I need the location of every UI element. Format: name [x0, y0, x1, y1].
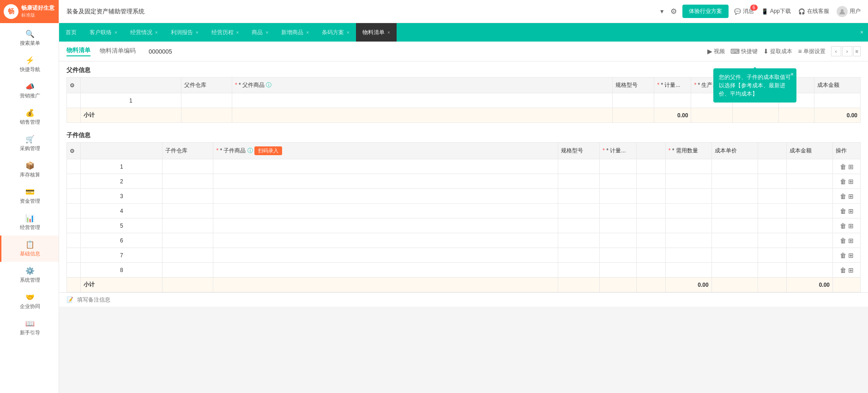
child-spec-cell[interactable] — [558, 263, 600, 278]
extract-cost-action[interactable]: ⬇ 提取成本 — [763, 48, 792, 55]
child-unit-cell[interactable] — [600, 233, 637, 248]
tab-history[interactable]: 经营历程 × — [205, 23, 246, 42]
copy-icon[interactable]: ⊞ — [848, 193, 854, 200]
child-spec-cell[interactable] — [558, 248, 600, 263]
message-action[interactable]: 💬 消息 6 — [734, 7, 754, 15]
child-unit-cost-cell[interactable] — [711, 174, 758, 189]
close-all-tabs[interactable]: × — [856, 29, 868, 36]
sidebar-item-search[interactable]: 🔍 搜索菜单 — [0, 25, 59, 51]
parent-unit-cell[interactable] — [654, 93, 691, 108]
child-qty-cell[interactable] — [665, 174, 711, 189]
child-unit-cost-cell[interactable] — [711, 233, 758, 248]
child-spec-cell[interactable] — [558, 174, 600, 189]
sidebar-item-guide[interactable]: 📖 新手引导 — [0, 314, 59, 341]
tab-new-products-close[interactable]: × — [306, 30, 309, 35]
child-unit-cell[interactable] — [600, 248, 637, 263]
child-unit-cost-cell[interactable] — [711, 204, 758, 218]
child-warehouse-cell[interactable] — [163, 189, 213, 204]
prev-page-btn[interactable]: ‹ — [831, 46, 841, 56]
child-product-cell[interactable] — [213, 218, 558, 233]
child-spec-cell[interactable] — [558, 189, 600, 204]
child-qty-cell[interactable] — [665, 159, 711, 174]
tab-barcode[interactable]: 条码方案 × — [315, 23, 356, 42]
delete-icon[interactable]: 🗑 — [840, 237, 846, 244]
child-warehouse-cell[interactable] — [163, 233, 213, 248]
footer-remark-input[interactable] — [77, 296, 861, 303]
delete-icon[interactable]: 🗑 — [840, 163, 846, 170]
child-unit-cell[interactable] — [600, 204, 637, 218]
tab-products[interactable]: 商品 × — [245, 23, 275, 42]
copy-icon[interactable]: ⊞ — [848, 163, 854, 170]
child-spec-cell[interactable] — [558, 159, 600, 174]
online-service-action[interactable]: 🎧 在线客服 — [798, 7, 829, 15]
tab-customers-close[interactable]: × — [115, 30, 117, 35]
sidebar-item-operation[interactable]: 📊 经营管理 — [0, 209, 59, 236]
delete-icon[interactable]: 🗑 — [840, 222, 846, 230]
dropdown-arrow[interactable]: ▼ — [659, 8, 665, 15]
shortcut-action[interactable]: ⌨ 快捷键 — [730, 48, 758, 55]
delete-icon[interactable]: 🗑 — [840, 207, 846, 215]
sidebar-item-enterprise[interactable]: 🤝 企业协同 — [0, 288, 59, 314]
child-product-cell[interactable] — [213, 159, 558, 174]
tab-customers[interactable]: 客户联络 × — [83, 23, 124, 42]
tab-profit-close[interactable]: × — [196, 30, 199, 35]
th-child-settings[interactable]: ⚙ — [67, 143, 81, 159]
child-warehouse-cell[interactable] — [163, 174, 213, 189]
sidebar-item-system[interactable]: ⚙️ 系统管理 — [0, 262, 59, 288]
child-unit-cell[interactable] — [600, 159, 637, 174]
tab-barcode-close[interactable]: × — [347, 30, 350, 35]
scan-input-button[interactable]: 扫码录入 — [254, 146, 282, 155]
parent-warehouse-cell[interactable] — [181, 93, 232, 108]
delete-icon[interactable]: 🗑 — [840, 266, 846, 274]
child-warehouse-cell[interactable] — [163, 263, 213, 278]
child-spec-cell[interactable] — [558, 233, 600, 248]
sidebar-item-finance[interactable]: 💳 资金管理 — [0, 183, 59, 209]
copy-icon[interactable]: ⊞ — [848, 178, 854, 185]
th-parent-settings[interactable]: ⚙ — [67, 78, 81, 93]
sidebar-item-marketing[interactable]: 📣 营销推广 — [0, 78, 59, 104]
last-page-btn[interactable]: ≡ — [853, 46, 861, 56]
child-warehouse-cell[interactable] — [163, 204, 213, 218]
tab-history-close[interactable]: × — [236, 30, 239, 35]
copy-icon[interactable]: ⊞ — [848, 207, 854, 215]
next-page-btn[interactable]: › — [842, 46, 852, 56]
copy-icon[interactable]: ⊞ — [848, 222, 854, 230]
child-product-cell[interactable] — [213, 233, 558, 248]
delete-icon[interactable]: 🗑 — [840, 252, 846, 259]
sidebar-item-purchase[interactable]: 🛒 采购管理 — [0, 130, 59, 157]
child-qty-cell[interactable] — [665, 233, 711, 248]
delete-icon[interactable]: 🗑 — [840, 193, 846, 200]
child-qty-cell[interactable] — [665, 189, 711, 204]
copy-icon[interactable]: ⊞ — [848, 266, 854, 274]
tab-operations-close[interactable]: × — [155, 30, 158, 35]
tab-bom-close[interactable]: × — [387, 30, 390, 35]
child-warehouse-cell[interactable] — [163, 248, 213, 263]
child-unit-cell[interactable] — [600, 263, 637, 278]
tab-products-close[interactable]: × — [265, 30, 268, 35]
child-product-cell[interactable] — [213, 189, 558, 204]
tab-bom[interactable]: 物料清单 × — [356, 23, 397, 42]
child-product-cell[interactable] — [213, 248, 558, 263]
child-unit-cost-cell[interactable] — [711, 263, 758, 278]
sidebar-item-basic-info[interactable]: 📋 基础信息 — [0, 236, 59, 262]
tab-profit[interactable]: 利润报告 × — [164, 23, 205, 42]
child-unit-cell[interactable] — [600, 218, 637, 233]
child-product-cell[interactable] — [213, 204, 558, 218]
child-unit-cost-cell[interactable] — [711, 159, 758, 174]
tab-operations[interactable]: 经营情况 × — [124, 23, 164, 42]
app-download-action[interactable]: 📱 App下载 — [761, 7, 791, 15]
child-product-cell[interactable] — [213, 263, 558, 278]
parent-spec-cell[interactable] — [613, 93, 654, 108]
child-product-cell[interactable] — [213, 174, 558, 189]
sidebar-item-sales[interactable]: 💰 销售管理 — [0, 104, 59, 130]
copy-icon[interactable]: ⊞ — [848, 252, 854, 259]
delete-icon[interactable]: 🗑 — [840, 178, 846, 185]
child-spec-cell[interactable] — [558, 218, 600, 233]
child-qty-cell[interactable] — [665, 204, 711, 218]
child-spec-cell[interactable] — [558, 204, 600, 218]
sidebar-item-quick-nav[interactable]: ⚡ 快捷导航 — [0, 51, 59, 78]
child-warehouse-cell[interactable] — [163, 159, 213, 174]
child-qty-cell[interactable] — [665, 218, 711, 233]
parent-product-cell[interactable] — [232, 93, 613, 108]
child-unit-cost-cell[interactable] — [711, 248, 758, 263]
